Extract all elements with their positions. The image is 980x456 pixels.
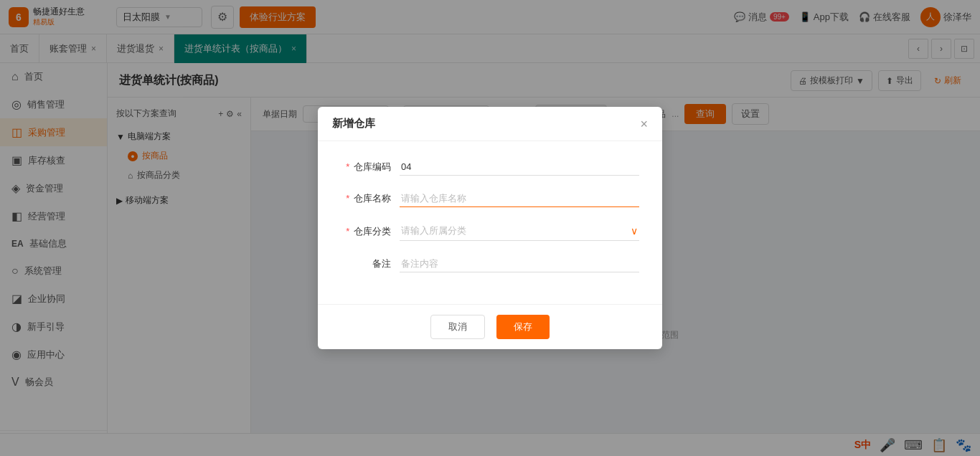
category-dropdown-arrow: ∨ bbox=[631, 225, 638, 237]
modal-close-button[interactable]: × bbox=[640, 118, 648, 130]
warehouse-code-input[interactable] bbox=[400, 158, 639, 176]
name-label: * 仓库名称 bbox=[341, 192, 391, 205]
modal-body: * 仓库编码 * 仓库名称 * 仓库分类 请输入 bbox=[318, 141, 662, 304]
warehouse-name-input[interactable] bbox=[400, 190, 639, 207]
modal-header: 新增仓库 × bbox=[318, 107, 662, 141]
category-placeholder: 请输入所属分类 bbox=[401, 224, 631, 237]
category-required-star: * bbox=[346, 226, 349, 237]
save-button[interactable]: 保存 bbox=[496, 315, 550, 339]
modal-footer: 取消 保存 bbox=[318, 304, 662, 349]
remark-label: 备注 bbox=[341, 257, 391, 270]
form-row-name: * 仓库名称 bbox=[341, 190, 639, 207]
name-required-star: * bbox=[346, 193, 349, 204]
form-row-remark: 备注 bbox=[341, 255, 639, 272]
form-row-code: * 仓库编码 bbox=[341, 158, 639, 176]
warehouse-category-select[interactable]: 请输入所属分类 ∨ bbox=[400, 222, 639, 241]
code-required-star: * bbox=[346, 161, 349, 172]
category-label: * 仓库分类 bbox=[341, 225, 391, 238]
modal-overlay: 新增仓库 × * 仓库编码 * 仓库名称 bbox=[0, 0, 980, 456]
add-warehouse-modal: 新增仓库 × * 仓库编码 * 仓库名称 bbox=[318, 107, 662, 349]
code-label: * 仓库编码 bbox=[341, 161, 391, 174]
remark-input[interactable] bbox=[400, 255, 639, 272]
form-row-category: * 仓库分类 请输入所属分类 ∨ bbox=[341, 222, 639, 241]
cancel-button[interactable]: 取消 bbox=[430, 315, 485, 339]
modal-title: 新增仓库 bbox=[332, 117, 375, 130]
